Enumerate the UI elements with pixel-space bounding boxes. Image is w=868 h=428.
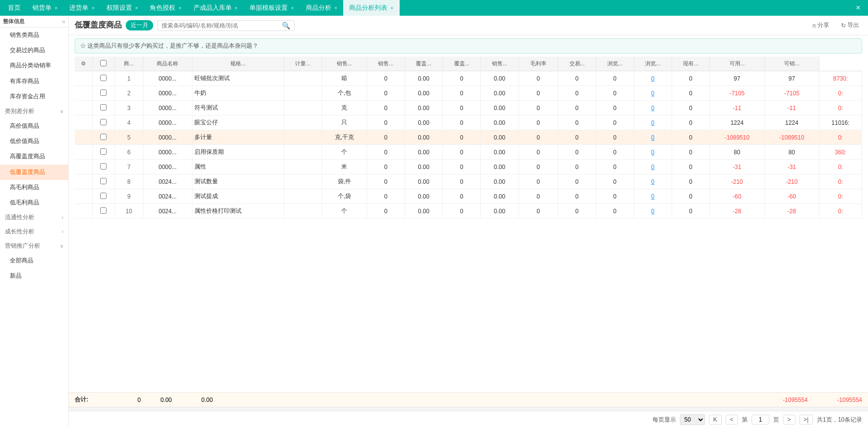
row-settings[interactable]	[75, 174, 92, 189]
sidebar-section-category[interactable]: 类别差分析 ∨	[0, 104, 68, 118]
nav-close-role[interactable]: ×	[178, 0, 181, 16]
row-checkbox[interactable]	[92, 204, 114, 219]
row-sales3: 0	[518, 174, 558, 189]
row-settings[interactable]	[75, 71, 92, 86]
row-name: 属性价格打印测试	[192, 204, 284, 219]
prev-page-button[interactable]: <	[726, 415, 738, 425]
row-browse1[interactable]: 0	[634, 71, 672, 86]
window-close-button[interactable]: ×	[850, 0, 866, 16]
nav-close-finished-goods[interactable]: ×	[235, 0, 238, 16]
row-checkbox[interactable]	[92, 115, 114, 130]
nav-item-finished-goods[interactable]: 产成品入库单 ×	[188, 0, 244, 16]
row-unit: 只	[322, 115, 367, 130]
sidebar-item-with-stock[interactable]: 有库存商品	[0, 74, 68, 89]
nav-close-permission[interactable]: ×	[135, 0, 138, 16]
row-select-checkbox[interactable]	[100, 119, 107, 125]
page-number-input[interactable]	[752, 415, 769, 425]
row-checkbox[interactable]	[92, 160, 114, 174]
scroll-bar[interactable]	[69, 407, 868, 411]
sidebar-item-low-coverage[interactable]: 低覆盖度商品	[0, 165, 68, 180]
settings-icon[interactable]: ⚙	[81, 60, 86, 66]
last-page-button[interactable]: >|	[799, 415, 813, 425]
row-browse1[interactable]: 0	[634, 115, 672, 130]
nav-item-role[interactable]: 角色授权 ×	[144, 0, 187, 16]
nav-close-sales[interactable]: ×	[54, 0, 57, 16]
row-checkbox[interactable]	[92, 189, 114, 204]
row-settings[interactable]	[75, 86, 92, 101]
th-checkbox[interactable]	[92, 57, 114, 71]
nav-item-sales[interactable]: 销货单 ×	[27, 0, 63, 16]
sidebar-item-high-coverage[interactable]: 高覆盖度商品	[0, 149, 68, 164]
row-select-checkbox[interactable]	[100, 89, 107, 96]
nav-close-template[interactable]: ×	[291, 0, 294, 16]
row-select-checkbox[interactable]	[100, 178, 107, 184]
row-settings[interactable]	[75, 189, 92, 204]
sidebar-collapse-icon[interactable]: «	[62, 18, 65, 25]
row-select-checkbox[interactable]	[100, 193, 107, 199]
sidebar-item-low-value[interactable]: 低价值商品	[0, 134, 68, 149]
row-available: -210	[764, 174, 819, 189]
first-page-button[interactable]: K	[709, 415, 722, 425]
sidebar-item-all-goods[interactable]: 全部商品	[0, 253, 68, 268]
row-browse1[interactable]: 0	[634, 204, 672, 219]
row-checkbox[interactable]	[92, 86, 114, 101]
nav-item-home[interactable]: 首页	[2, 0, 27, 16]
sidebar-item-category-turnover[interactable]: 商品分类动销率	[0, 58, 68, 73]
nav-close-product-analysis-list[interactable]: ×	[390, 0, 393, 16]
page-size-select[interactable]: 50 100 200	[680, 414, 705, 425]
row-browse1[interactable]: 0	[634, 101, 672, 115]
sidebar-section-growth[interactable]: 成长性分析 ›	[0, 225, 68, 239]
export-button[interactable]: ↻ 导出	[838, 20, 862, 31]
nav-item-purchase[interactable]: 进货单 ×	[63, 0, 100, 16]
row-browse1[interactable]: 0	[634, 189, 672, 204]
row-browse1[interactable]: 0	[634, 145, 672, 160]
sidebar-item-sales-goods[interactable]: 销售类商品	[0, 28, 68, 43]
row-num: 5	[114, 130, 143, 145]
row-checkbox[interactable]	[92, 130, 114, 145]
search-input[interactable]	[162, 22, 282, 29]
nav-close-product-analysis[interactable]: ×	[334, 0, 337, 16]
row-select-checkbox[interactable]	[100, 163, 107, 170]
row-checkbox[interactable]	[92, 174, 114, 189]
row-settings[interactable]	[75, 115, 92, 130]
sidebar-section-marketing[interactable]: 营销推广分析 ∨	[0, 239, 68, 253]
row-sales3: 0	[518, 101, 558, 115]
nav-item-permission[interactable]: 权限设置 ×	[101, 0, 144, 16]
row-select-checkbox[interactable]	[100, 134, 107, 140]
next-page-button[interactable]: >	[783, 415, 795, 425]
row-settings[interactable]	[75, 130, 92, 145]
th-settings[interactable]: ⚙	[75, 57, 92, 71]
row-checkbox[interactable]	[92, 71, 114, 86]
row-checkbox[interactable]	[92, 145, 114, 160]
sidebar-item-high-value[interactable]: 高价值商品	[0, 118, 68, 134]
sidebar-item-traded-goods[interactable]: 交易过的商品	[0, 43, 68, 58]
row-select-checkbox[interactable]	[100, 104, 107, 111]
time-filter-button[interactable]: 近一月	[126, 20, 153, 30]
row-browse1[interactable]: 0	[634, 130, 672, 145]
row-browse1[interactable]: 0	[634, 86, 672, 101]
sidebar-item-low-margin[interactable]: 低毛利商品	[0, 195, 68, 210]
select-all-checkbox[interactable]	[100, 60, 107, 66]
nav-close-purchase[interactable]: ×	[91, 0, 94, 16]
row-select-checkbox[interactable]	[100, 207, 107, 214]
sidebar-section-liquidity[interactable]: 流通性分析 ›	[0, 210, 68, 225]
search-icon[interactable]: 🔍	[282, 22, 290, 29]
share-button[interactable]: ⎋ 分享	[810, 20, 832, 31]
row-checkbox[interactable]	[92, 101, 114, 115]
row-settings[interactable]	[75, 160, 92, 174]
row-browse1[interactable]: 0	[634, 160, 672, 174]
sidebar-item-stock-capital[interactable]: 库存资金占用	[0, 89, 68, 104]
row-select-checkbox[interactable]	[100, 148, 107, 155]
nav-item-product-analysis-list[interactable]: 商品分析列表 ×	[343, 0, 399, 16]
row-saleable: 0:	[819, 86, 862, 101]
row-settings[interactable]	[75, 145, 92, 160]
row-settings[interactable]	[75, 101, 92, 115]
sidebar-item-high-margin[interactable]: 高毛利商品	[0, 180, 68, 195]
sidebar-item-new-goods[interactable]: 新品	[0, 268, 68, 284]
nav-item-template[interactable]: 单据模板设置 ×	[244, 0, 299, 16]
row-select-checkbox[interactable]	[100, 75, 107, 81]
total-info: 共1页，10条记录	[817, 416, 862, 424]
nav-item-product-analysis[interactable]: 商品分析 ×	[300, 0, 343, 16]
row-settings[interactable]	[75, 204, 92, 219]
row-browse1[interactable]: 0	[634, 174, 672, 189]
